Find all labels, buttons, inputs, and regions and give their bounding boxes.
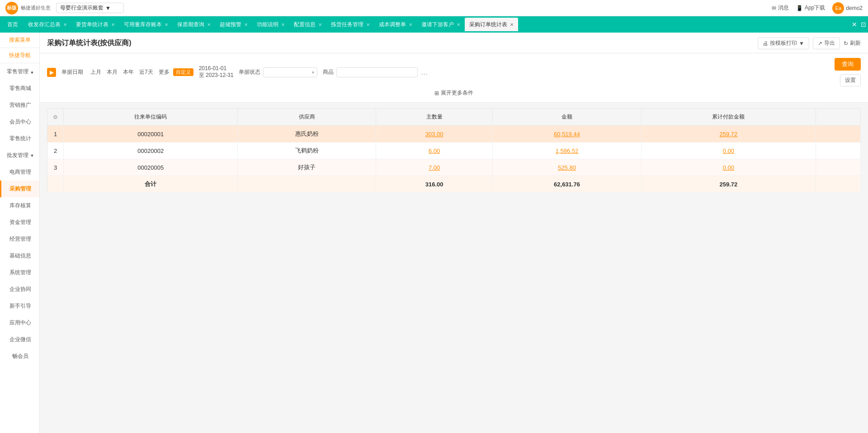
row-quantity: 7.00 [376, 159, 492, 176]
row-amount: 1,586.52 [492, 143, 641, 159]
tab-chengben[interactable]: 成本调整单 ✕ [374, 18, 417, 31]
row-code: 00020002 [64, 143, 238, 159]
main-layout: 搜索菜单 快捷导航 零售管理 ▲ 零售商城 营销推广 会员中心 零售统计 批发管… [0, 33, 868, 433]
status-select[interactable] [263, 67, 317, 77]
sidebar-item-guide[interactable]: 新手引导 [0, 298, 39, 314]
row-extra [816, 159, 860, 176]
export-label: 导出 [824, 39, 835, 47]
settings-button[interactable]: 设置 [840, 74, 861, 86]
sidebar-search[interactable]: 搜索菜单 [0, 33, 39, 48]
sidebar-item-enterprise-wechat[interactable]: 企业微信 [0, 331, 39, 348]
content-area: 采购订单统计表(按供应商) 🖨 按模板打印 ▼ ↗ 导出 ↻ 刷新 [40, 33, 868, 433]
sidebar-item-app-center[interactable]: 应用中心 [0, 314, 39, 331]
shortcut-more[interactable]: 更多 [157, 67, 171, 77]
sidebar-item-wholesale[interactable]: 批发管理 ▼ [0, 147, 39, 164]
tab-close-keyongliang[interactable]: ✕ [165, 22, 168, 27]
col-header-settings: ⚙ [47, 109, 64, 126]
col-header-supplier: 供应商 [238, 109, 376, 126]
user-menu[interactable]: Ea demo2 [832, 2, 863, 14]
expand-icon: ⊞ [434, 90, 439, 96]
sidebar-item-inventory[interactable]: 库存核算 [0, 197, 39, 214]
table-row[interactable]: 1 00020001 惠氏奶粉 303.00 60,519.44 259.72 [47, 126, 861, 143]
tab-yaoqing[interactable]: 邀请下游客户 ✕ [417, 18, 465, 31]
sidebar-item-retail-mall[interactable]: 零售商城 [0, 80, 39, 97]
goods-filter: 商品 … [323, 67, 428, 77]
shortcut-this-month[interactable]: 本月 [105, 67, 119, 77]
gear-icon[interactable]: ⚙ [53, 114, 58, 120]
sidebar-quick-nav[interactable]: 快捷导航 [0, 48, 39, 63]
sidebar-item-marketing[interactable]: 营销推广 [0, 97, 39, 114]
sidebar-item-system[interactable]: 系统管理 [0, 264, 39, 281]
footer-empty1 [47, 176, 64, 193]
shortcut-7days[interactable]: 近7天 [137, 67, 155, 77]
footer-supplier-empty [238, 176, 376, 193]
date-to-text: 至 2023-12-31 [199, 71, 234, 79]
sidebar-item-operations[interactable]: 经营管理 [0, 231, 39, 247]
tab-close-chengben[interactable]: ✕ [409, 22, 412, 27]
row-paid: 259.72 [642, 126, 816, 143]
workspace-label: 母婴行业演示账套 [60, 4, 104, 12]
export-button[interactable]: ↗ 导出 [813, 37, 840, 49]
goods-more-icon[interactable]: … [420, 68, 428, 76]
tab-keyongliang[interactable]: 可用量库存账本 ✕ [119, 18, 173, 31]
tab-baozhi[interactable]: 保质期查询 ✕ [173, 18, 215, 31]
tab-caigou-label: 采购订单统计表 [469, 21, 507, 29]
nav-close-icon[interactable]: ✕ [852, 21, 857, 28]
tab-chaochu[interactable]: 超储预警 ✕ [215, 18, 252, 31]
sidebar-item-member[interactable]: 会员中心 [0, 114, 39, 130]
message-button[interactable]: ✉ 消息 [772, 4, 789, 12]
query-button[interactable]: 查询 [835, 58, 861, 71]
tab-close-chaochu[interactable]: ✕ [244, 22, 248, 27]
sidebar-item-member-service[interactable]: 畅会员 [0, 348, 39, 365]
logo-icon: 标版 [5, 2, 18, 14]
tab-shoufacun[interactable]: 收发存汇总表 ✕ [24, 18, 71, 31]
tab-close-yaohuo[interactable]: ✕ [111, 22, 115, 27]
goods-input[interactable] [336, 67, 418, 77]
tab-close-yaoqing[interactable]: ✕ [457, 22, 460, 27]
expand-label: 展开更多条件 [441, 89, 473, 97]
sidebar-item-finance[interactable]: 资金管理 [0, 214, 39, 231]
logo-text: 畅捷通好生意 [21, 5, 51, 11]
logo: 标版 畅捷通好生意 [5, 2, 51, 14]
row-supplier: 好孩子 [238, 159, 376, 176]
tab-close-shoufacun[interactable]: ✕ [63, 22, 67, 27]
sidebar: 搜索菜单 快捷导航 零售管理 ▲ 零售商城 营销推广 会员中心 零售统计 批发管… [0, 33, 40, 433]
nav-expand-icon[interactable]: ⊡ [861, 21, 866, 28]
print-button[interactable]: 🖨 按模板打印 ▼ [758, 37, 809, 49]
tab-jianhuo[interactable]: 拣货任务管理 ✕ [326, 18, 374, 31]
table-row[interactable]: 2 00020002 飞鹤奶粉 6.00 1,586.52 0.00 [47, 143, 861, 159]
workspace-selector[interactable]: 母婴行业演示账套 ▼ [56, 3, 124, 13]
col-header-paid: 累计付款金额 [642, 109, 816, 126]
row-quantity: 6.00 [376, 143, 492, 159]
tab-close-jianhuo[interactable]: ✕ [366, 22, 370, 27]
col-header-code: 往来单位编码 [64, 109, 238, 126]
date-label: 单据日期 [61, 68, 83, 76]
tab-gongneng[interactable]: 功能说明 ✕ [252, 18, 289, 31]
tab-peizhi[interactable]: 配置信息 ✕ [289, 18, 326, 31]
sidebar-item-enterprise[interactable]: 企业协同 [0, 281, 39, 298]
tab-yaohuo[interactable]: 要货单统计表 ✕ [71, 18, 119, 31]
top-bar: 标版 畅捷通好生意 母婴行业演示账套 ▼ ✉ 消息 📱 App下载 Ea dem… [0, 0, 868, 16]
sidebar-item-ecommerce[interactable]: 电商管理 [0, 164, 39, 181]
date-from: 2016-01-01 [199, 65, 234, 71]
expand-more-button[interactable]: ⊞ 展开更多条件 [47, 86, 861, 98]
app-download-button[interactable]: 📱 App下载 [796, 4, 825, 12]
toggle-icon: ▶ [50, 69, 54, 76]
table-row[interactable]: 3 00020005 好孩子 7.00 525.80 0.00 [47, 159, 861, 176]
tab-close-caigou[interactable]: ✕ [510, 22, 514, 27]
tab-close-baozhi[interactable]: ✕ [207, 22, 211, 27]
sidebar-item-basic-info[interactable]: 基础信息 [0, 247, 39, 264]
shortcut-last-month[interactable]: 上月 [89, 67, 103, 77]
tab-close-gongneng[interactable]: ✕ [281, 22, 285, 27]
tab-caigou-active[interactable]: 采购订单统计表 ✕ [465, 18, 518, 31]
row-paid: 0.00 [642, 143, 816, 159]
shortcut-this-year[interactable]: 本年 [121, 67, 136, 77]
sidebar-item-retail-stats[interactable]: 零售统计 [0, 130, 39, 147]
sidebar-item-retail-mgmt[interactable]: 零售管理 ▲ [0, 63, 39, 80]
custom-date-tag[interactable]: 自定义 [173, 68, 193, 76]
tab-close-peizhi[interactable]: ✕ [318, 22, 322, 27]
tab-home[interactable]: 首页 [2, 18, 24, 31]
refresh-button[interactable]: ↻ 刷新 [844, 39, 861, 47]
filter-toggle[interactable]: ▶ [47, 68, 56, 77]
sidebar-item-purchase[interactable]: 采购管理 [0, 181, 39, 197]
